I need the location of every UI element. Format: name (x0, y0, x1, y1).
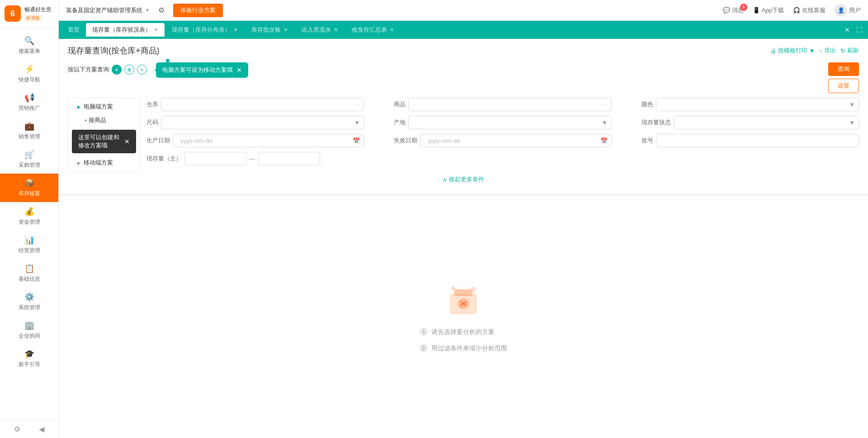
tab-receive-summary[interactable]: 收发存汇总表 ✕ (345, 23, 401, 37)
tab-batch-account[interactable]: 库存批次账 ✕ (245, 23, 294, 37)
sidebar-item-sales[interactable]: 💼 销售管理 (0, 117, 58, 145)
notification-badge: 6 (740, 4, 747, 11)
tab-home[interactable]: 首页 (62, 23, 85, 37)
sidebar-item-search-menu[interactable]: 🔍 搜索菜单 (0, 31, 58, 60)
print-btn[interactable]: 🖨 按模板打印 ▼ (770, 47, 815, 55)
tooltip-desktop-scheme: 电脑方案可设为移动方案哦 ✕ (156, 62, 248, 78)
tab-label: 收发存汇总表 (352, 26, 387, 34)
tooltip2-text: 这里可以创建和修改方案哦 (78, 133, 121, 150)
sidebar-item-finance[interactable]: 💰 资金管理 (0, 202, 58, 231)
prod-date-label: 生产日期 (146, 137, 170, 145)
header-right: 💬 消息 6 📱 App下载 🎧 在线客服 👤 用户 (723, 4, 861, 17)
prod-date-input[interactable]: 📅 (173, 134, 364, 147)
origin-label: 产地 (394, 118, 406, 127)
empty-state: 1 请先选择要分析的方案 2 用过滤条件来缩小分析范围 (59, 196, 868, 438)
sidebar-item-label: 经营管理 (19, 247, 40, 254)
sidebar-item-operation[interactable]: 📊 经营管理 (0, 231, 58, 259)
set-btn[interactable]: 设置 (828, 79, 859, 93)
tab-close-icon[interactable]: ✕ (390, 27, 394, 33)
color-select[interactable]: ▼ (656, 98, 859, 111)
tab-expand-btn[interactable]: ⛶ (854, 24, 864, 35)
tab-close-icon[interactable]: ✕ (154, 27, 158, 33)
experience-btn[interactable]: 体验行业方案 (173, 4, 223, 17)
expiry-date-field[interactable] (424, 134, 600, 147)
refresh-icon: ↻ (840, 47, 845, 54)
sidebar-item-label: 库存核算 (19, 190, 40, 198)
expand-icon: ▶ (77, 104, 81, 109)
filter-batch: 批号 (642, 134, 859, 147)
system-settings-btn[interactable]: ⚙ (155, 4, 168, 17)
filter-add-btn[interactable]: + (112, 65, 122, 75)
sidebar-item-purchase[interactable]: 🛒 采购管理 (0, 145, 58, 174)
sidebar-item-inventory[interactable]: 📦 库存核算 (0, 174, 58, 202)
sidebar-item-label: 销售管理 (19, 133, 40, 141)
expiry-calendar-icon[interactable]: 📅 (600, 137, 608, 144)
finance-icon: 💰 (24, 207, 34, 217)
size-label: 尺码 (146, 118, 158, 127)
app-download-btn[interactable]: 📱 App下载 (753, 6, 784, 14)
size-select[interactable]: ▼ (161, 116, 364, 129)
collapse-bar[interactable]: ∧ 收起更多条件 (68, 172, 859, 187)
collapse-up-icon: ∧ (443, 176, 447, 183)
search-btn[interactable]: 查询 (828, 62, 859, 76)
tooltip1-text: 电脑方案可设为移动方案哦 (162, 66, 233, 74)
app-download-label: App下载 (762, 6, 784, 14)
tooltip1-close-btn[interactable]: ✕ (236, 66, 242, 74)
sidebar-item-marketing[interactable]: 📢 营销推广 (0, 88, 58, 117)
stock-main-from[interactable] (184, 152, 247, 165)
sidebar-collapse-btn[interactable]: ◀ (39, 425, 44, 433)
export-btn[interactable]: ↑ 导出 (820, 47, 836, 55)
step1-num: 1 (420, 328, 428, 336)
origin-select[interactable]: ▼ (408, 116, 611, 129)
batch-input[interactable] (656, 134, 859, 147)
stock-main-to[interactable] (258, 152, 321, 165)
tab-in-out-flow[interactable]: 出入库流水 ✕ (295, 23, 344, 37)
system-selector[interactable]: 装备及固定资产辅助管理系统 ▼ (66, 6, 150, 14)
ellipsis-icon2: ··· (603, 101, 608, 108)
tab-close-all-btn[interactable]: ✕ (843, 24, 852, 35)
sidebar-item-basic[interactable]: 📋 基础信息 (0, 259, 58, 287)
empty-illustration (441, 280, 486, 316)
purchase-icon: 🛒 (24, 150, 34, 160)
tab-close-icon[interactable]: ✕ (283, 27, 288, 33)
stock-status-select[interactable]: ▼ (674, 116, 859, 129)
sidebar-item-newbie[interactable]: 🎓 新手引导 (0, 344, 58, 373)
filter-product: 商品 ··· (394, 98, 611, 111)
user-btn[interactable]: 👤 用户 (835, 4, 861, 17)
refresh-btn[interactable]: ↻ 刷新 (840, 47, 859, 55)
sidebar-item-enterprise[interactable]: 🏢 企业协同 (0, 316, 58, 344)
sidebar-item-label: 采购管理 (19, 161, 40, 169)
export-label: 导出 (824, 47, 836, 55)
sidebar-item-quick-nav[interactable]: ⚡ 快捷导航 (0, 60, 58, 88)
prod-date-field[interactable] (177, 134, 353, 147)
online-service-btn[interactable]: 🎧 在线客服 (793, 6, 826, 14)
warehouse-select[interactable]: ··· (161, 98, 364, 111)
filter-back-btn[interactable]: « (137, 65, 147, 75)
scheme-item-mobile[interactable]: ▶ 移动端方案 (68, 156, 140, 170)
step2-num: 2 (420, 344, 428, 352)
filter-copy-btn[interactable]: ⊕ (124, 65, 134, 75)
online-service-label: 在线客服 (802, 6, 826, 14)
sidebar-settings-btn[interactable]: ⚙ (14, 425, 20, 433)
svg-point-6 (452, 287, 455, 290)
tab-close-icon[interactable]: ✕ (334, 27, 338, 33)
tab-inventory-status[interactable]: 现存量（库存状况表） ✕ (86, 23, 165, 37)
svg-point-5 (471, 287, 476, 292)
tab-inventory-dist[interactable]: 现存量（库存分布表） ✕ (165, 23, 244, 37)
sidebar-item-label: 企业协同 (19, 332, 40, 340)
tooltip2-close-btn[interactable]: ✕ (124, 138, 130, 145)
tab-close-icon[interactable]: ✕ (233, 27, 238, 33)
scheme-item-child[interactable]: • 接商品 (68, 113, 140, 127)
sidebar-item-system[interactable]: ⚙️ 系统管理 (0, 287, 58, 316)
scheme-item-desktop[interactable]: ▶ 电脑端方案 (68, 100, 140, 113)
tab-home-label: 首页 (68, 26, 80, 33)
operation-icon: 📊 (24, 235, 34, 245)
refresh-label: 刷新 (847, 47, 859, 55)
sales-icon: 💼 (24, 121, 34, 131)
tab-label: 现存量（库存状况表） (92, 26, 151, 34)
notification-btn[interactable]: 💬 消息 6 (723, 6, 744, 14)
color-label: 颜色 (642, 100, 653, 108)
calendar-icon[interactable]: 📅 (353, 137, 360, 144)
product-select[interactable]: ··· (408, 98, 611, 111)
expiry-date-input[interactable]: 📅 (420, 134, 611, 147)
